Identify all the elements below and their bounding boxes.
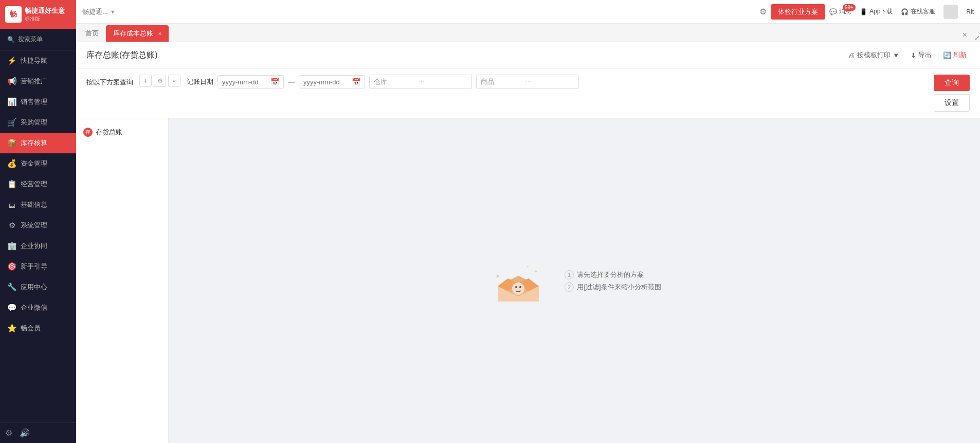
sidebar-item-apps[interactable]: 🔧 应用中心 <box>0 277 76 297</box>
warehouse-select[interactable]: 仓库 ··· <box>369 75 472 89</box>
tab-home[interactable]: 首页 <box>78 25 106 42</box>
expand-icon[interactable]: ⤢ <box>974 34 980 42</box>
marketing-icon: 📢 <box>7 77 16 86</box>
inventory-icon: 📦 <box>7 138 16 148</box>
refresh-icon: 🔄 <box>943 51 951 59</box>
filter-edit-button[interactable]: ⚙ <box>154 75 166 87</box>
empty-state: ✦ ✦ ✦ 1 请先选择要分析的方案 2 用[过滤]条件来缩小分析范围 <box>169 118 980 443</box>
filter-right-actions: 查询 设置 <box>934 75 970 112</box>
hint-num-2: 2 <box>565 282 574 292</box>
wechat-icon: 💬 <box>7 303 16 312</box>
sidebar-item-finance[interactable]: 💰 资金管理 <box>0 153 76 174</box>
tab-inventory-ledger[interactable]: 库存成本总账 × <box>106 25 169 42</box>
topbar: 畅捷通... ▼ ⚙ 体验行业方案 💬 消息 99+ 📱 App下载 🎧 在线客… <box>76 0 980 24</box>
page-actions: 🖨 按模板打印 ▼ ⬇ 导出 🔄 刷新 <box>845 48 970 62</box>
app-logo: 畅 畅捷通好生意 标准版 <box>0 0 76 29</box>
sidebar-item-inventory[interactable]: 📦 库存核算 <box>0 133 76 153</box>
sidebar: 畅 畅捷通好生意 标准版 🔍 搜索菜单 ⚡ 快捷导航 📢 营销推广 📊 销售管理… <box>0 0 76 443</box>
refresh-button[interactable]: 🔄 刷新 <box>940 48 970 62</box>
filter-add-buttons: + ⚙ « <box>139 75 180 87</box>
message-badge: 99+ <box>843 4 856 11</box>
query-button[interactable]: 查询 <box>934 75 970 91</box>
product-more-icon[interactable]: ··· <box>525 77 532 86</box>
main-area: 畅捷通... ▼ ⚙ 体验行业方案 💬 消息 99+ 📱 App下载 🎧 在线客… <box>76 0 980 443</box>
calendar-end-icon[interactable]: 📅 <box>352 78 360 86</box>
scheme-sidebar: 存 存货总账 <box>76 118 169 443</box>
sidebar-item-sales[interactable]: 📊 销售管理 <box>0 92 76 112</box>
date-separator: — <box>288 78 295 86</box>
svg-text:✦: ✦ <box>526 264 530 269</box>
purchase-icon: 🛒 <box>7 118 16 127</box>
apps-icon: 🔧 <box>7 282 16 292</box>
sidebar-item-basic[interactable]: 🗂 基础信息 <box>0 194 76 215</box>
panel-close-button[interactable]: × <box>957 28 972 42</box>
print-icon: 🖨 <box>848 51 855 59</box>
sidebar-item-shortcut[interactable]: ⚡ 快捷导航 <box>0 50 76 71</box>
empty-svg: ✦ ✦ ✦ <box>487 250 549 312</box>
tab-bar: 首页 库存成本总账 × × ⤢ <box>76 24 980 42</box>
sales-icon: 📊 <box>7 97 16 107</box>
filter-collapse-button[interactable]: « <box>168 75 180 87</box>
sidebar-item-marketing[interactable]: 📢 营销推广 <box>0 71 76 92</box>
filter-row-1: 记账日期 📅 — 📅 仓库 ··· <box>187 75 922 89</box>
headset-icon: 🎧 <box>901 8 909 15</box>
trial-industry-button[interactable]: 体验行业方案 <box>771 4 825 20</box>
sidebar-item-wechat[interactable]: 💬 企业微信 <box>0 297 76 318</box>
tab-close-icon[interactable]: × <box>158 30 161 37</box>
sidebar-item-operations[interactable]: 📋 经营管理 <box>0 174 76 194</box>
search-menu-button[interactable]: 🔍 搜索菜单 <box>5 33 71 46</box>
messages-button[interactable]: 💬 消息 99+ <box>829 7 851 16</box>
empty-illustration: ✦ ✦ ✦ <box>487 250 549 312</box>
svg-point-6 <box>519 286 521 288</box>
calendar-start-icon[interactable]: 📅 <box>270 78 279 86</box>
sidebar-nav: ⚡ 快捷导航 📢 营销推广 📊 销售管理 🛒 采购管理 📦 库存核算 💰 资金管… <box>0 50 76 422</box>
message-icon: 💬 <box>829 8 837 15</box>
breadcrumb-chevron-icon: ▼ <box>110 9 116 15</box>
filter-add-button[interactable]: + <box>139 75 152 87</box>
scheme-icon: 存 <box>83 128 93 137</box>
app-download-button[interactable]: 📱 App下载 <box>860 7 893 16</box>
sidebar-footer: ⚙ 🔊 <box>0 422 76 443</box>
sidebar-item-enterprise[interactable]: 🏢 企业协同 <box>0 236 76 256</box>
product-select[interactable]: 商品 ··· <box>476 75 579 89</box>
product-label: 商品 <box>481 77 494 86</box>
settings-footer-button[interactable]: ⚙ <box>5 428 12 438</box>
hint-num-1: 1 <box>565 270 574 279</box>
phone-icon: 📱 <box>860 8 867 15</box>
logo-icon: 畅 <box>5 6 22 23</box>
search-icon: 🔍 <box>7 36 15 43</box>
content-area: 库存总账(存货总账) 🖨 按模板打印 ▼ ⬇ 导出 🔄 刷新 按以下方案查询 <box>76 42 980 443</box>
sidebar-item-vip[interactable]: ⭐ 畅会员 <box>0 318 76 339</box>
scheme-item-inventory-ledger[interactable]: 存 存货总账 <box>76 123 168 141</box>
topbar-right: 💬 消息 99+ 📱 App下载 🎧 在线客服 Rit <box>829 5 974 19</box>
svg-text:✦: ✦ <box>495 273 500 280</box>
date-start-field[interactable] <box>222 78 268 86</box>
topbar-settings-icon[interactable]: ⚙ <box>759 7 767 16</box>
username-label: Rit <box>966 8 974 15</box>
export-icon: ⬇ <box>911 51 916 59</box>
date-end-field[interactable] <box>303 78 350 86</box>
operations-icon: 📋 <box>7 180 16 189</box>
basic-icon: 🗂 <box>7 201 16 209</box>
svg-point-5 <box>515 286 517 288</box>
audio-footer-button[interactable]: 🔊 <box>20 428 30 438</box>
system-icon: ⚙ <box>7 221 16 230</box>
settings-button[interactable]: 设置 <box>934 94 970 112</box>
user-avatar <box>943 5 958 19</box>
sidebar-item-purchase[interactable]: 🛒 采购管理 <box>0 112 76 133</box>
finance-icon: 💰 <box>7 159 16 168</box>
date-end-input[interactable]: 📅 <box>299 75 365 88</box>
online-support-button[interactable]: 🎧 在线客服 <box>901 7 935 16</box>
shortcut-icon: ⚡ <box>7 56 16 65</box>
warehouse-more-icon[interactable]: ··· <box>418 77 425 86</box>
logo-text: 畅捷通好生意 标准版 <box>25 7 65 22</box>
print-template-button[interactable]: 🖨 按模板打印 ▼ <box>845 48 902 62</box>
sidebar-item-guide[interactable]: 🎯 新手引导 <box>0 256 76 277</box>
sidebar-search[interactable]: 🔍 搜索菜单 <box>0 29 76 50</box>
enterprise-icon: 🏢 <box>7 241 16 251</box>
export-button[interactable]: ⬇ 导出 <box>908 48 935 62</box>
sidebar-item-system[interactable]: ⚙ 系统管理 <box>0 215 76 236</box>
date-start-input[interactable]: 📅 <box>217 75 284 88</box>
svg-text:✦: ✦ <box>534 269 538 274</box>
body-content: 存 存货总账 <box>76 118 980 443</box>
